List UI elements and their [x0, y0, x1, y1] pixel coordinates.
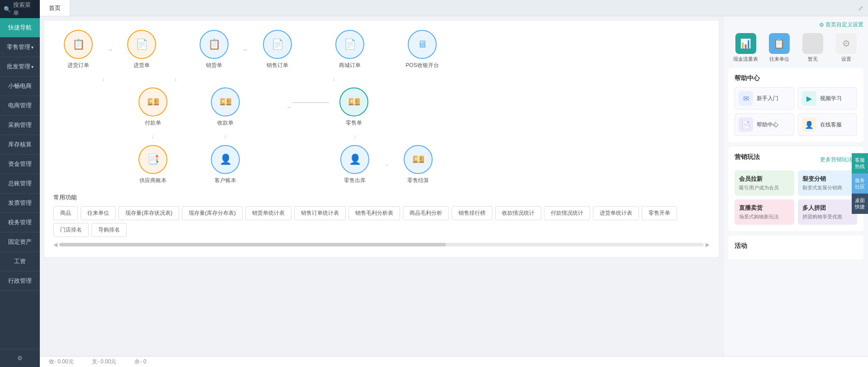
- func-btn-往来单位[interactable]: 往来单位: [81, 206, 116, 220]
- sidebar-item-invoice[interactable]: 发票管理: [0, 193, 40, 213]
- help-item-help[interactable]: 📄 帮助中心: [734, 113, 794, 136]
- node-sale-bill[interactable]: 📋 销货单: [189, 30, 239, 69]
- sidebar-item-inventory[interactable]: 库存核算: [0, 135, 40, 155]
- scrollbar-area: ◀ ▶: [53, 241, 710, 248]
- marketing-item-group[interactable]: 多人拼团 拼团购物享受优惠: [798, 199, 858, 225]
- node-retail-out[interactable]: 👤 零售出库: [330, 145, 380, 184]
- marketing-sub-member: 吸引用户成为会员: [739, 184, 790, 191]
- float-btn-hotline[interactable]: 客服 热线: [852, 153, 868, 174]
- float-buttons: 客服 热线服务 社区桌面 快捷: [852, 153, 868, 214]
- func-btn-收款情况统计[interactable]: 收款情况统计: [495, 206, 541, 220]
- bottom-item-2: 支- 0.00元: [92, 358, 117, 366]
- sidebar-item-ecom-small[interactable]: 小畅电商: [0, 77, 40, 96]
- scroll-thumb: [59, 243, 446, 246]
- circle-retail-out: 👤: [340, 145, 369, 174]
- node-receipt[interactable]: 💴 收款单: [200, 87, 250, 127]
- func-btn-导购排名[interactable]: 导购排名: [91, 223, 127, 237]
- sidebar-nav: 快捷导航零售管理▾批发管理▾小畅电商电商管理采购管理库存核算资金管理总账管理发票…: [0, 18, 40, 291]
- search-menu[interactable]: 🔍 搜索菜单: [0, 0, 40, 18]
- sidebar-item-quick[interactable]: 快捷导航: [0, 18, 40, 38]
- func-btn-现存量(库存状况表)[interactable]: 现存量(库存状况表): [119, 206, 179, 220]
- sidebar-item-wholesale[interactable]: 批发管理▾: [0, 57, 40, 77]
- func-btn-商品毛利分析[interactable]: 商品毛利分析: [403, 206, 449, 220]
- help-item-service[interactable]: 👤 在线客服: [798, 113, 858, 136]
- scroll-right[interactable]: ▶: [706, 241, 710, 248]
- flow-row-3: 📑 供应商账本 👤 客户账本 👤 零售出库: [53, 145, 710, 184]
- bottom-bar: 收- 0.00元 支- 0.00元 余- 0: [40, 356, 868, 367]
- func-btn-现存量(库存分布表)[interactable]: 现存量(库存分布表): [182, 206, 243, 220]
- node-supplier-ledger[interactable]: 📑 供应商账本: [128, 145, 178, 184]
- shortcut-cashflow[interactable]: 📊 现金流量表: [731, 33, 760, 63]
- sidebar-item-ledger[interactable]: 总账管理: [0, 174, 40, 193]
- func-btn-门店排名[interactable]: 门店排名: [53, 223, 89, 237]
- flow-row-2: 💴 付款单 💴 收款单 ←: [53, 87, 710, 127]
- scroll-track[interactable]: [59, 243, 704, 246]
- sidebar-item-retail[interactable]: 零售管理▾: [0, 38, 40, 57]
- sidebar-item-salary[interactable]: 工资: [0, 252, 40, 271]
- circle-sale-bill: 📋: [200, 30, 229, 59]
- marketing-title-live: 直播卖货: [739, 204, 790, 212]
- help-label-help: 帮助中心: [757, 121, 778, 129]
- node-mall-order[interactable]: 📄 商城订单: [325, 30, 375, 69]
- gear-icon-small: ⚙: [819, 22, 824, 28]
- customize-setting[interactable]: ⚙ 首页自定义设置: [819, 21, 863, 29]
- float-btn-community[interactable]: 服务 社区: [852, 174, 868, 194]
- func-btn-零售开单[interactable]: 零售开单: [642, 206, 677, 220]
- func-btn-销售排行榜[interactable]: 销售排行榜: [452, 206, 492, 220]
- shortcut-label-settings: 设置: [841, 56, 851, 63]
- help-icon-help: 📄: [739, 117, 753, 132]
- node-payment[interactable]: 💴 付款单: [128, 87, 178, 127]
- sidebar-label-quick: 快捷导航: [8, 24, 32, 31]
- help-center-title: 帮助中心: [734, 74, 857, 82]
- sidebar-item-tax[interactable]: 税务管理: [0, 213, 40, 232]
- search-label: 搜索菜单: [13, 1, 36, 17]
- help-label-video: 视频学习: [820, 95, 842, 102]
- bottom-item-1: 收- 0.00元: [49, 358, 74, 366]
- help-label-beginner: 新手入门: [757, 95, 778, 102]
- marketing-item-live[interactable]: 直播卖货 场景式购物新玩法: [734, 199, 794, 225]
- circle-retail-bill: 💴: [339, 87, 368, 116]
- sidebar-label-ecom: 电商管理: [8, 102, 32, 109]
- help-item-beginner[interactable]: ✉ 新手入门: [734, 87, 794, 110]
- marketing-item-fission[interactable]: 裂变分销 裂变式发展分销商: [798, 170, 858, 196]
- func-btn-付款情况统计[interactable]: 付款情况统计: [544, 206, 590, 220]
- gear-icon: ⚙: [17, 355, 23, 362]
- node-retail-bill[interactable]: 💴 零售单: [329, 87, 379, 127]
- tab-home[interactable]: 首页: [40, 0, 70, 16]
- settings-button[interactable]: ⚙: [0, 349, 40, 367]
- func-btn-销货单统计表[interactable]: 销货单统计表: [245, 206, 291, 220]
- sidebar-label-ecom-small: 小畅电商: [8, 82, 32, 89]
- node-retail-settle[interactable]: 💴 零售结算: [393, 145, 443, 184]
- node-sale-order[interactable]: 📄 销售订单: [253, 30, 302, 69]
- marketing-sub-fission: 裂变式发展分销商: [802, 184, 853, 191]
- sidebar-label-wholesale: 批发管理: [7, 63, 30, 70]
- node-pos[interactable]: 🖥 POS收银开台: [397, 30, 447, 69]
- shortcut-none[interactable]: 暂无: [798, 33, 827, 63]
- shortcut-icon-none: [802, 33, 823, 54]
- func-btn-进货单统计表[interactable]: 进货单统计表: [593, 206, 639, 220]
- shortcut-settings[interactable]: ⚙ 设置: [832, 33, 861, 63]
- tab-bar-right: ⤢: [858, 5, 868, 12]
- sidebar-label-tax: 税务管理: [8, 219, 32, 226]
- sidebar-item-ecom[interactable]: 电商管理: [0, 96, 40, 116]
- sidebar-item-other[interactable]: 行政管理: [0, 271, 40, 291]
- func-btn-商品[interactable]: 商品: [53, 206, 78, 220]
- func-btn-销售订单统计表[interactable]: 销售订单统计表: [294, 206, 346, 220]
- shortcut-contacts[interactable]: 📋 往来单位: [765, 33, 794, 63]
- node-purchase-bill[interactable]: 📄 进货单: [117, 30, 167, 69]
- node-purchase-order[interactable]: 📋 进货订单: [53, 30, 103, 69]
- help-item-video[interactable]: ▶ 视频学习: [798, 87, 858, 110]
- marketing-item-member[interactable]: 会员拉新 吸引用户成为会员: [734, 170, 794, 196]
- circle-purchase-order: 📋: [64, 30, 93, 59]
- expand-icon[interactable]: ⤢: [858, 5, 863, 12]
- scroll-left[interactable]: ◀: [53, 241, 57, 248]
- help-center-card: 帮助中心 ✉ 新手入门 ▶ 视频学习 📄 帮助中心 👤 在线客服: [728, 68, 863, 142]
- help-grid: ✉ 新手入门 ▶ 视频学习 📄 帮助中心 👤 在线客服: [734, 87, 857, 136]
- float-btn-desktop[interactable]: 桌面 快捷: [852, 193, 868, 214]
- circle-retail-settle: 💴: [404, 145, 433, 174]
- node-customer-ledger[interactable]: 👤 客户账本: [200, 145, 250, 184]
- sidebar-item-fixed[interactable]: 固定资产: [0, 232, 40, 252]
- func-btn-销售毛利分析表[interactable]: 销售毛利分析表: [348, 206, 400, 220]
- sidebar-item-finance[interactable]: 资金管理: [0, 155, 40, 174]
- sidebar-item-purchase[interactable]: 采购管理: [0, 116, 40, 135]
